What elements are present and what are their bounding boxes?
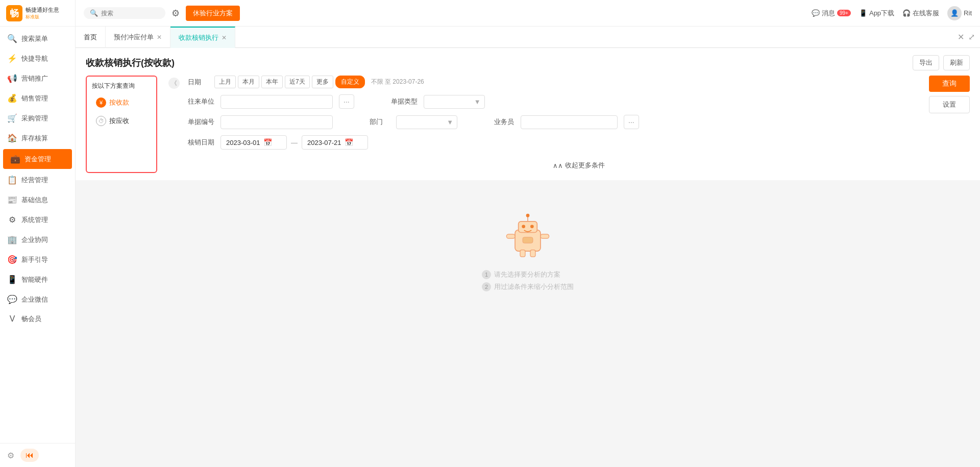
avatar: 👤: [947, 6, 962, 20]
sidebar-item-marketing[interactable]: 📢营销推广: [0, 68, 75, 88]
search-btn[interactable]: 查询: [929, 76, 970, 92]
logo-text: 畅捷通好生意 标准版: [26, 6, 59, 20]
nav-icon-corp: 🏢: [7, 235, 17, 244]
last-month-btn[interactable]: 上月: [214, 76, 236, 88]
sidebar-item-search[interactable]: 🔍搜索菜单: [0, 29, 75, 48]
online-service-btn[interactable]: 🎧 在线客服: [902, 9, 939, 18]
sidebar-item-corp[interactable]: 🏢企业协同: [0, 230, 75, 250]
sidebar-item-hardware[interactable]: 📱智能硬件: [0, 269, 75, 289]
svg-rect-10: [523, 237, 533, 243]
nav-label-operations: 经营管理: [21, 176, 48, 185]
app-download-btn[interactable]: 📱 App下载: [859, 9, 894, 18]
nav-label-member: 畅会员: [21, 314, 41, 324]
tip2-num: 2: [482, 282, 491, 291]
this-month-btn[interactable]: 本月: [238, 76, 259, 88]
tab-home[interactable]: 首页: [76, 27, 106, 48]
topbar: 🔍 ⚙ 休验行业方案 💬 消息 99+ 📱 App下载 🎧 在线客服 👤 Rit: [76, 0, 980, 27]
nav-icon-guide: 🎯: [7, 255, 17, 264]
main-area: 🔍 ⚙ 休验行业方案 💬 消息 99+ 📱 App下载 🎧 在线客服 👤 Rit: [76, 0, 980, 467]
nav-label-shortcut: 快捷导航: [21, 54, 48, 63]
nav-label-guide: 新手引导: [21, 255, 48, 264]
filter-row-counterparty: 往来单位 ··· 单据类型 ▼: [188, 94, 921, 109]
page-header-actions: 导出 刷新: [913, 55, 970, 70]
date-filter-btns: 上月 本月 本年 近7天 更多 自定义: [214, 76, 365, 88]
chevron-up-icon: ∧∧: [553, 162, 563, 169]
nav-icon-member: V: [7, 314, 17, 324]
last-7-days-btn[interactable]: 近7天: [285, 76, 310, 88]
doc-no-input[interactable]: [220, 115, 333, 129]
message-icon: 💬: [812, 9, 820, 17]
svg-point-2: [522, 225, 525, 229]
close-prepay-icon[interactable]: ✕: [157, 34, 162, 41]
close-receipts-icon[interactable]: ✕: [222, 34, 227, 41]
empty-illustration: [502, 211, 553, 262]
nav-icon-shortcut: ⚡: [7, 54, 17, 63]
nav-label-purchase: 采购管理: [21, 114, 48, 123]
nav-label-finance: 资金管理: [24, 155, 51, 164]
date-separator: —: [291, 139, 298, 146]
page-content: 收款核销执行(按收款) 导出 刷新 按以下方案查询 ¥ 按收款 ⏱: [76, 48, 980, 467]
by-receipt-label: 按收款: [109, 98, 129, 107]
this-year-btn[interactable]: 本年: [261, 76, 283, 88]
sidebar-item-system[interactable]: ⚙系统管理: [0, 210, 75, 230]
topbar-gear-icon[interactable]: ⚙: [172, 8, 180, 19]
nav-icon-purchase: 🛒: [7, 113, 17, 123]
date-label: 日期: [188, 78, 208, 87]
tip1-text: 请先选择要分析的方案: [494, 270, 560, 279]
counterparty-more-btn[interactable]: ···: [339, 94, 354, 109]
query-option-by-receivable[interactable]: ⏱ 按应收: [92, 113, 151, 129]
receipts-label: 收款核销执行: [179, 33, 218, 42]
logo-icon: 畅: [6, 5, 22, 21]
empty-tips: 1 请先选择要分析的方案 2 用过滤条件来缩小分析范围: [482, 270, 574, 294]
employee-input[interactable]: [521, 115, 618, 129]
doc-type-select[interactable]: [424, 95, 485, 109]
sidebar-item-finance[interactable]: 💼资金管理: [3, 149, 72, 169]
export-btn[interactable]: 导出: [913, 55, 939, 70]
settings-icon[interactable]: ⚙: [7, 451, 14, 460]
more-date-btn[interactable]: 更多: [312, 76, 333, 88]
sidebar-item-operations[interactable]: 📋经营管理: [0, 170, 75, 190]
collapse-sidebar-btn[interactable]: ⏮: [20, 449, 39, 462]
employee-label: 业务员: [494, 117, 514, 127]
svg-rect-7: [530, 250, 535, 257]
tabbar-actions: ✕ ⤢: [958, 32, 980, 42]
tab-prepay[interactable]: 预付冲应付单 ✕: [106, 27, 170, 48]
query-option-by-receipt[interactable]: ¥ 按收款: [92, 94, 151, 111]
collapse-more-btn[interactable]: ∧∧ 收起更多条件: [545, 158, 613, 173]
sidebar-item-sales[interactable]: 💰销售管理: [0, 88, 75, 108]
user-profile[interactable]: 👤 Rit: [947, 6, 972, 20]
dept-select[interactable]: [396, 115, 457, 129]
close-all-icon[interactable]: ✕: [958, 32, 964, 42]
employee-more-btn[interactable]: ···: [624, 115, 639, 129]
nav-icon-sales: 💰: [7, 93, 17, 103]
date-range-text: 不限 至 2023-07-26: [371, 78, 424, 86]
checkin-end-picker[interactable]: 2023-07-21 📅: [302, 135, 368, 150]
sidebar-item-guide[interactable]: 🎯新手引导: [0, 250, 75, 269]
tip1-num: 1: [482, 270, 491, 279]
topbar-right: 💬 消息 99+ 📱 App下载 🎧 在线客服 👤 Rit: [812, 6, 972, 20]
sidebar-item-shortcut[interactable]: ⚡快捷导航: [0, 48, 75, 68]
collapse-panel-btn[interactable]: 《: [168, 78, 180, 89]
message-btn[interactable]: 💬 消息 99+: [812, 9, 851, 18]
settings-btn[interactable]: 设置: [929, 96, 970, 113]
sidebar-item-inventory[interactable]: 🏠库存核算: [0, 128, 75, 148]
expand-icon[interactable]: ⤢: [968, 32, 975, 42]
search-input[interactable]: [101, 10, 152, 17]
sidebar-item-purchase[interactable]: 🛒采购管理: [0, 108, 75, 128]
checkin-start-picker[interactable]: 2023-03-01 📅: [220, 135, 287, 150]
custom-date-btn[interactable]: 自定义: [335, 76, 365, 88]
prepay-label: 预付冲应付单: [114, 33, 154, 42]
svg-point-3: [530, 225, 534, 229]
checkin-date-group: 2023-03-01 📅 — 2023-07-21 📅: [220, 135, 368, 150]
tab-receipts[interactable]: 收款核销执行 ✕: [170, 27, 235, 48]
topbar-search[interactable]: 🔍: [84, 7, 165, 19]
industry-solution-btn[interactable]: 休验行业方案: [186, 6, 240, 21]
refresh-btn[interactable]: 刷新: [943, 55, 970, 70]
svg-point-9: [526, 214, 530, 217]
sidebar-item-member[interactable]: V畅会员: [0, 309, 75, 329]
sidebar-item-wechat[interactable]: 💬企业微信: [0, 289, 75, 309]
counterparty-input[interactable]: [220, 95, 333, 109]
checkin-date-label: 核销日期: [188, 138, 214, 147]
sidebar-item-basic[interactable]: 📰基础信息: [0, 190, 75, 210]
empty-state: 1 请先选择要分析的方案 2 用过滤条件来缩小分析范围: [76, 180, 980, 325]
